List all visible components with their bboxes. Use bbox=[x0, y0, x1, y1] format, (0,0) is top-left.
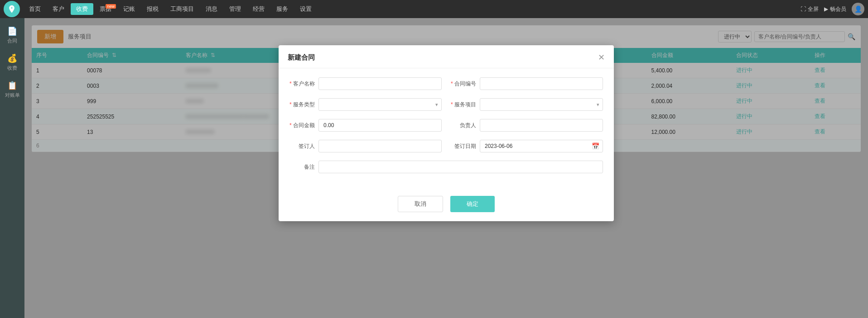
content-area: 新增 服务项目 进行中 已完成 已终止 🔍 序号 合同编 bbox=[24, 18, 868, 318]
remark-input[interactable] bbox=[318, 161, 603, 173]
nav-manage[interactable]: 管理 bbox=[224, 3, 246, 15]
signer-input[interactable] bbox=[318, 140, 442, 152]
nav-accounting[interactable]: 记账 bbox=[118, 3, 140, 15]
responsible-input[interactable] bbox=[480, 119, 603, 132]
confirm-button[interactable]: 确定 bbox=[450, 196, 495, 212]
statement-icon: 📋 bbox=[7, 81, 17, 90]
nav-business[interactable]: 工商项目 bbox=[165, 3, 199, 15]
remark-group: 备注 bbox=[289, 161, 603, 173]
nav-service[interactable]: 服务 bbox=[271, 3, 294, 15]
contract-amount-input[interactable]: 0.00 bbox=[318, 119, 442, 132]
service-item-label: 服务项目 bbox=[451, 101, 476, 109]
new-contract-modal: 新建合同 ✕ 客户名称 合同编号 bbox=[279, 45, 614, 221]
member-button[interactable]: ▶ 畅会员 bbox=[824, 5, 846, 13]
form-row-2: 服务类型 服务项目 bbox=[289, 98, 603, 111]
main-layout: 📄 合同 💰 收费 📋 对账单 新增 服务项目 进行中 已完成 已终止 bbox=[0, 18, 868, 318]
nav-right: ⛶ 全屏 ▶ 畅会员 👤 bbox=[800, 3, 864, 15]
service-type-group: 服务类型 bbox=[289, 98, 442, 111]
modal-header: 新建合同 ✕ bbox=[279, 45, 614, 68]
service-type-select-wrapper bbox=[318, 98, 442, 111]
service-type-label: 服务类型 bbox=[289, 101, 315, 109]
sidebar-item-statement[interactable]: 📋 对账单 bbox=[0, 77, 24, 102]
remark-label: 备注 bbox=[289, 163, 315, 171]
contract-amount-group: 合同金额 0.00 bbox=[289, 119, 442, 132]
form-row-4: 签订人 签订日期 2023-06-06 📅 bbox=[289, 140, 603, 152]
app-logo[interactable] bbox=[4, 1, 20, 17]
signer-label: 签订人 bbox=[289, 142, 315, 150]
sidebar-item-contract[interactable]: 📄 合同 bbox=[0, 23, 24, 48]
modal-close-button[interactable]: ✕ bbox=[598, 52, 605, 62]
service-type-select[interactable] bbox=[318, 98, 442, 111]
signer-group: 签订人 bbox=[289, 140, 442, 152]
nav-message[interactable]: 消息 bbox=[200, 3, 223, 15]
nav-operation[interactable]: 经营 bbox=[247, 3, 270, 15]
contract-amount-label: 合同金额 bbox=[289, 122, 315, 129]
contract-no-label: 合同编号 bbox=[451, 80, 476, 88]
sidebar-item-billing[interactable]: 💰 收费 bbox=[0, 50, 24, 75]
contract-no-input[interactable] bbox=[480, 77, 603, 90]
customer-name-group: 客户名称 bbox=[289, 77, 442, 90]
modal-title: 新建合同 bbox=[288, 53, 315, 62]
form-row-1: 客户名称 合同编号 bbox=[289, 77, 603, 90]
modal-overlay: 新建合同 ✕ 客户名称 合同编号 bbox=[24, 18, 868, 318]
fullscreen-button[interactable]: ⛶ 全屏 bbox=[800, 5, 819, 13]
modal-footer: 取消 确定 bbox=[279, 190, 614, 221]
nav-tax[interactable]: 报税 bbox=[141, 3, 164, 15]
customer-name-label: 客户名称 bbox=[289, 80, 315, 88]
sign-date-input[interactable]: 2023-06-06 bbox=[480, 140, 603, 152]
service-item-select-wrapper bbox=[480, 98, 603, 111]
sign-date-label: 签订日期 bbox=[451, 142, 476, 150]
new-badge: new bbox=[106, 4, 116, 9]
form-row-3: 合同金额 0.00 负责人 bbox=[289, 119, 603, 132]
responsible-label: 负责人 bbox=[451, 122, 476, 129]
cancel-button[interactable]: 取消 bbox=[398, 196, 443, 212]
top-nav: 首页 客户 收费 票据 new 记账 报税 工商项目 消息 管理 经营 服务 设… bbox=[0, 0, 868, 18]
sign-date-group: 签订日期 2023-06-06 📅 bbox=[451, 140, 603, 152]
nav-invoice[interactable]: 票据 new bbox=[94, 3, 117, 15]
nav-customer[interactable]: 客户 bbox=[47, 3, 70, 15]
service-item-select[interactable] bbox=[480, 98, 603, 111]
fullscreen-icon: ⛶ bbox=[800, 6, 806, 12]
customer-name-input[interactable] bbox=[318, 77, 442, 90]
nav-home[interactable]: 首页 bbox=[24, 3, 46, 15]
avatar[interactable]: 👤 bbox=[852, 3, 864, 15]
nav-items: 首页 客户 收费 票据 new 记账 报税 工商项目 消息 管理 经营 服务 设… bbox=[24, 3, 800, 15]
nav-settings[interactable]: 设置 bbox=[294, 3, 317, 15]
sign-date-wrapper: 2023-06-06 📅 bbox=[480, 140, 603, 152]
responsible-group: 负责人 bbox=[451, 119, 603, 132]
nav-billing[interactable]: 收费 bbox=[71, 3, 93, 15]
left-sidebar: 📄 合同 💰 收费 📋 对账单 bbox=[0, 18, 24, 318]
contract-icon: 📄 bbox=[7, 26, 17, 36]
contract-no-group: 合同编号 bbox=[451, 77, 603, 90]
play-icon: ▶ bbox=[824, 6, 828, 12]
billing-icon: 💰 bbox=[7, 53, 17, 63]
service-item-group: 服务项目 bbox=[451, 98, 603, 111]
svg-point-0 bbox=[11, 7, 13, 9]
modal-body: 客户名称 合同编号 服务类型 bbox=[279, 68, 614, 190]
form-row-5: 备注 bbox=[289, 161, 603, 173]
